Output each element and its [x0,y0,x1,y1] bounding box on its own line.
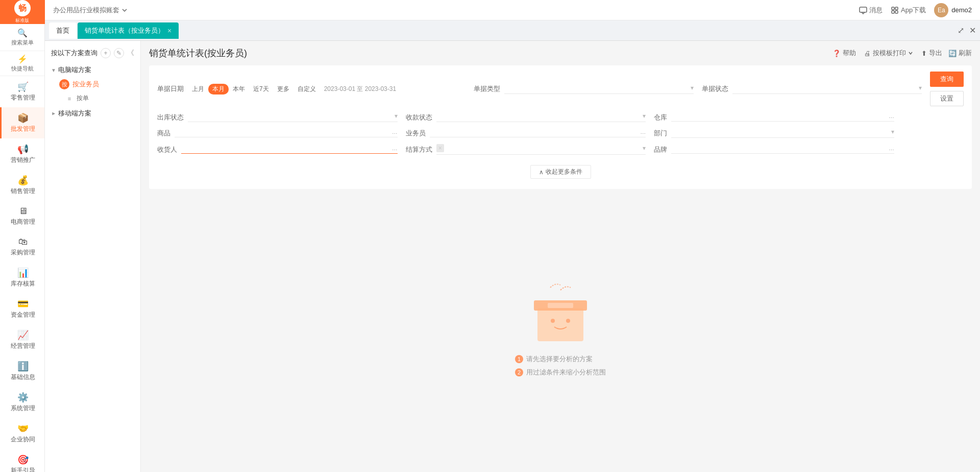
sidebar-item-inventory[interactable]: 📊 库存核算 [0,262,44,293]
empty-svg [525,280,596,346]
sidebar-item-wholesale[interactable]: 📦 批发管理 [0,107,44,138]
warehouse-input[interactable]: … [671,113,894,122]
svg-point-9 [566,319,570,323]
settlement-select[interactable]: × ▾ [436,144,646,155]
tab-sales-stats[interactable]: 销货单统计表（按业务员） × [78,22,179,39]
filter-row-4: 收货人 … 结算方式 × [157,144,964,155]
sidebar-item-finance[interactable]: 💳 资金管理 [0,293,44,324]
user-menu[interactable]: Ea demo2 [934,3,972,17]
pc-scheme-group-header[interactable]: ▼ 电脑端方案 [45,63,140,77]
quick-nav-button[interactable]: ⚡ 快捷导航 [11,54,34,73]
product-input[interactable]: … [175,129,398,137]
sidebar-item-guide[interactable]: 🎯 新手引导 [0,449,44,472]
app-logo[interactable]: 畅 标准版 [0,0,45,24]
sidebar-item-system[interactable]: ⚙️ 系统管理 [0,387,44,418]
salesperson-label: 业务员 [406,129,426,138]
content-area: 按以下方案查询 + ✎ 《 ▼ 电脑端方案 按 按业务员 ≡ 按单 [45,41,980,472]
search-menu-button[interactable]: 🔍 搜索菜单 [11,28,34,46]
tab-close-button[interactable]: × [167,27,172,35]
sidebar-item-operation[interactable]: 📈 经营管理 [0,324,44,356]
settlement-clear-icon[interactable]: × [438,145,442,152]
filter-area: 单据日期 上月 本月 本年 近7天 更多 自定义 2023-03-01 至 20… [149,65,972,189]
guide-icon: 🎯 [17,454,29,465]
date-custom[interactable]: 自定义 [293,84,320,95]
date-range-display: 2023-03-01 至 2023-03-31 [324,85,396,93]
filter-settlement: 结算方式 × ▾ [406,144,646,155]
doc-type-select[interactable]: ▾ [504,84,694,94]
refresh-button[interactable]: 🔄 刷新 [948,49,972,58]
query-button[interactable]: 查询 [930,72,964,87]
logo-icon: 畅 [14,0,31,16]
account-dropdown[interactable]: 办公用品行业模拟账套 [53,6,128,15]
filter-brand: 品牌 … [654,145,894,154]
brand-input[interactable]: … [671,145,894,154]
sidebar-item-retail[interactable]: 🛒 零售管理 [0,76,44,107]
date-last-month[interactable]: 上月 [188,84,208,95]
add-scheme-button[interactable]: + [101,48,111,58]
scheme-item-by-salesperson[interactable]: 按 按业务员 [45,77,140,92]
filter-row-3: 商品 … 业务员 … [157,128,964,138]
help-button[interactable]: ❓ 帮助 [832,49,856,58]
scheme-panel-title: 按以下方案查询 [51,49,97,58]
tab-home[interactable]: 首页 [49,22,77,39]
recv-status-select[interactable]: ▾ [436,112,646,122]
svg-point-8 [551,319,555,323]
pc-scheme-label: 电脑端方案 [58,65,91,75]
date-this-month[interactable]: 本月 [208,84,229,95]
doc-status-select[interactable]: ▾ [732,84,922,94]
app-download-button[interactable]: App下载 [891,6,926,15]
warehouse-more-icon: … [889,113,894,119]
settlement-control: × ▾ [436,144,646,155]
doc-type-dropdown-icon: ▾ [691,84,694,91]
close-all-tabs-button[interactable]: ✕ [969,26,976,35]
empty-hint-2: 2 用过滤条件来缩小分析范围 [515,368,606,377]
export-button[interactable]: ⬆ 导出 [921,49,942,58]
sidebar: 畅 标准版 🔍 搜索菜单 ⚡ 快捷导航 🛒 零售管理 📦 批发管理 📢 营销推广… [0,0,45,472]
sidebar-item-sales[interactable]: 💰 销售管理 [0,170,44,201]
print-icon: 🖨 [864,50,871,57]
product-label: 商品 [157,129,170,138]
mobile-scheme-group: ▼ 移动端方案 [45,107,140,120]
salesperson-control: … [430,129,646,137]
settings-button[interactable]: 设置 [930,91,964,106]
collapse-panel-button[interactable]: 《 [127,49,134,58]
sidebar-item-marketing[interactable]: 📢 营销推广 [0,138,44,170]
template-print-button[interactable]: 🖨 按模板打印 [862,49,915,58]
date-more[interactable]: 更多 [273,84,293,95]
tab-sales-stats-label: 销货单统计表（按业务员） [85,26,164,35]
svg-rect-5 [537,308,583,341]
message-button[interactable]: 消息 [859,6,883,15]
date-last-7days[interactable]: 近7天 [249,84,273,95]
sub-item-label: 按单 [77,94,89,103]
receiver-input[interactable]: … [181,145,398,154]
empty-state: 1 请先选择要分析的方案 2 用过滤条件来缩小分析范围 [149,195,972,466]
sidebar-item-ecommerce[interactable]: 🖥 电商管理 [0,201,44,231]
filter-receiver: 收货人 … [157,145,398,154]
filter-product: 商品 … [157,129,398,138]
sidebar-item-collab[interactable]: 🤝 企业协同 [0,418,44,449]
hint-number-1: 1 [515,355,523,363]
scheme-sub-item-by-order[interactable]: ≡ 按单 [45,92,140,105]
out-status-select[interactable]: ▾ [188,112,398,122]
date-this-year[interactable]: 本年 [229,84,249,95]
edit-scheme-button[interactable]: ✎ [114,48,124,58]
filter-salesperson: 业务员 … [406,129,646,138]
salesperson-input[interactable]: … [430,129,646,137]
warehouse-label: 仓库 [654,113,667,122]
purchase-icon: 🛍 [18,237,28,247]
salesperson-more-icon: … [640,129,646,135]
sidebar-item-basic[interactable]: ℹ️ 基础信息 [0,356,44,387]
department-select[interactable]: ▾ [671,128,894,138]
help-icon: ❓ [832,50,841,57]
message-icon [859,6,867,14]
mobile-scheme-group-header[interactable]: ▼ 移动端方案 [45,107,140,120]
collapse-button[interactable]: ∧ 收起更多条件 [530,165,591,179]
sidebar-item-purchase[interactable]: 🛍 采购管理 [0,231,44,262]
main-content: 销货单统计表(按业务员) ❓ 帮助 🖨 按模板打印 ⬆ 导出 [141,41,980,472]
expand-icon[interactable]: ⤢ [958,26,964,35]
receiver-label: 收货人 [157,145,177,154]
svg-rect-0 [860,7,867,12]
mobile-group-expand-icon: ▼ [51,111,56,116]
filter-doc-status: 单据状态 ▾ [702,84,922,94]
filter-department: 部门 ▾ [654,128,894,138]
